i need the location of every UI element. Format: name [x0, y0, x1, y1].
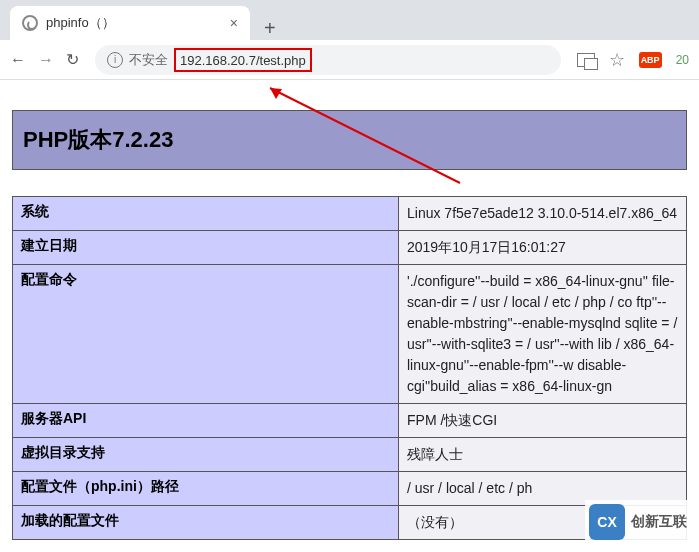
tab-bar: phpinfo（） × + [0, 0, 699, 40]
table-row: 建立日期2019年10月17日16:01:27 [13, 231, 687, 265]
url-text: 192.168.20.7/test.php [180, 53, 306, 68]
address-bar[interactable]: i 不安全 192.168.20.7/test.php [95, 45, 561, 75]
blocked-count: 20 [676, 53, 689, 67]
toolbar-actions: ☆ ABP 20 [577, 49, 689, 71]
row-key: 加载的配置文件 [13, 506, 399, 540]
url-highlight: 192.168.20.7/test.php [174, 48, 312, 72]
toolbar: ← → ↻ i 不安全 192.168.20.7/test.php ☆ ABP … [0, 40, 699, 80]
page-content: PHP版本7.2.23 系统Linux 7f5e7e5ade12 3.10.0-… [0, 80, 699, 540]
table-row: 服务器APIFPM /快速CGI [13, 404, 687, 438]
forward-button: → [38, 51, 54, 69]
row-value: Linux 7f5e7e5ade12 3.10.0-514.el7.x86_64 [399, 197, 687, 231]
table-row: 虚拟目录支持残障人士 [13, 438, 687, 472]
translate-icon[interactable] [577, 53, 595, 67]
row-value: './configure''--build = x86_64-linux-gnu… [399, 265, 687, 404]
info-icon[interactable]: i [107, 52, 123, 68]
watermark-logo: CX [589, 504, 625, 540]
php-header-banner: PHP版本7.2.23 [12, 110, 687, 170]
row-value: 2019年10月17日16:01:27 [399, 231, 687, 265]
watermark-text: 创新互联 [631, 513, 687, 531]
back-button[interactable]: ← [10, 51, 26, 69]
row-key: 虚拟目录支持 [13, 438, 399, 472]
browser-tab[interactable]: phpinfo（） × [10, 6, 250, 40]
globe-icon [22, 15, 38, 31]
row-key: 配置文件（php.ini）路径 [13, 472, 399, 506]
table-row: 配置命令'./configure''--build = x86_64-linux… [13, 265, 687, 404]
row-key: 服务器API [13, 404, 399, 438]
new-tab-button[interactable]: + [250, 17, 290, 40]
row-key: 配置命令 [13, 265, 399, 404]
tab-title: phpinfo（） [46, 14, 222, 32]
close-icon[interactable]: × [230, 15, 238, 31]
row-value: FPM /快速CGI [399, 404, 687, 438]
security-label: 不安全 [129, 51, 168, 69]
row-key: 建立日期 [13, 231, 399, 265]
table-row: 系统Linux 7f5e7e5ade12 3.10.0-514.el7.x86_… [13, 197, 687, 231]
reload-button[interactable]: ↻ [66, 50, 79, 69]
bookmark-icon[interactable]: ☆ [609, 49, 625, 71]
row-value: 残障人士 [399, 438, 687, 472]
abp-icon[interactable]: ABP [639, 52, 662, 68]
row-key: 系统 [13, 197, 399, 231]
page-title: PHP版本7.2.23 [23, 125, 676, 155]
phpinfo-table: 系统Linux 7f5e7e5ade12 3.10.0-514.el7.x86_… [12, 196, 687, 540]
watermark: CX 创新互联 [585, 500, 691, 544]
